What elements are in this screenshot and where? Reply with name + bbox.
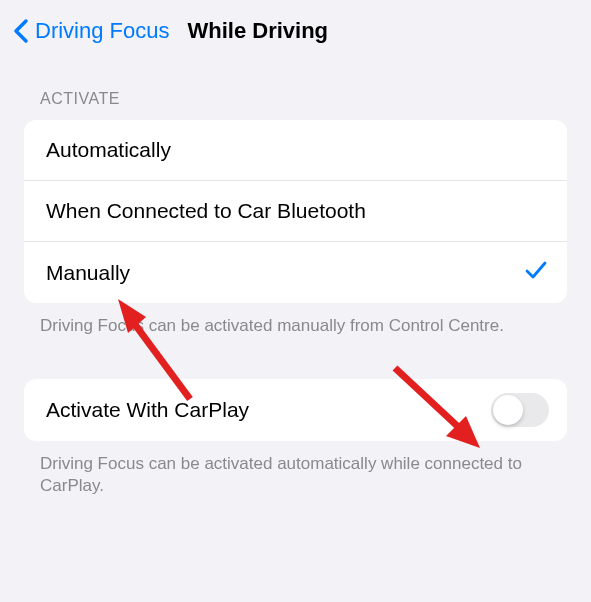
activate-options-group: Automatically When Connected to Car Blue…: [24, 120, 567, 303]
option-car-bluetooth[interactable]: When Connected to Car Bluetooth: [24, 180, 567, 241]
switch-knob: [493, 395, 523, 425]
carplay-group: Activate With CarPlay: [24, 379, 567, 441]
back-chevron-icon[interactable]: [12, 18, 29, 44]
carplay-label: Activate With CarPlay: [46, 398, 249, 422]
carplay-row[interactable]: Activate With CarPlay: [24, 379, 567, 441]
option-manually[interactable]: Manually: [24, 241, 567, 303]
carplay-toggle[interactable]: [491, 393, 549, 427]
nav-bar: Driving Focus While Driving: [0, 0, 591, 58]
option-automatically[interactable]: Automatically: [24, 120, 567, 180]
option-label: Manually: [46, 261, 130, 285]
carplay-footer-text: Driving Focus can be activated automatic…: [0, 441, 591, 497]
option-label: When Connected to Car Bluetooth: [46, 199, 366, 223]
section-header-activate: ACTIVATE: [0, 58, 591, 116]
back-button-label[interactable]: Driving Focus: [35, 18, 169, 44]
checkmark-icon: [525, 260, 547, 285]
activate-footer-text: Driving Focus can be activated manually …: [0, 303, 591, 337]
option-label: Automatically: [46, 138, 171, 162]
page-title: While Driving: [187, 18, 328, 44]
spacer: [0, 337, 591, 375]
